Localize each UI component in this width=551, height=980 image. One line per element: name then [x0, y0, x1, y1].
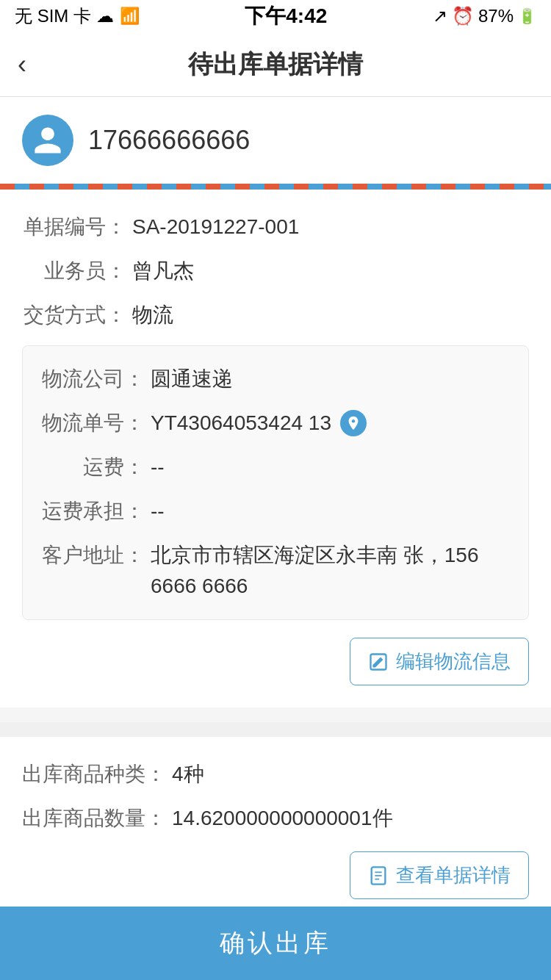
status-left: 无 SIM 卡 ☁ 📶	[15, 4, 140, 28]
logistics-company-label: 物流公司：	[40, 364, 151, 394]
view-detail-label: 查看单据详情	[396, 862, 511, 888]
tracking-location-button[interactable]	[340, 410, 367, 436]
edit-logistics-btn-container: 编辑物流信息	[22, 638, 529, 685]
freight-row: 运费： --	[40, 452, 511, 483]
delivery-method-row: 交货方式： 物流	[22, 300, 529, 331]
outbound-quantity-label: 出库商品数量：	[22, 803, 172, 834]
freight-value: --	[151, 452, 511, 483]
back-button[interactable]: ‹	[18, 49, 26, 80]
customer-phone: 17666666666	[88, 125, 250, 156]
battery-icon: 🔋	[518, 7, 536, 25]
document-no-label: 单据编号：	[22, 212, 132, 242]
outbound-info-section: 出库商品种类： 4种 出库商品数量： 14.620000000000001件 查…	[0, 737, 551, 921]
salesperson-value: 曾凡杰	[132, 256, 529, 287]
outbound-category-label: 出库商品种类：	[22, 759, 172, 790]
logistics-card: 物流公司： 圆通速递 物流单号： YT43064053424 13 运费： --…	[22, 345, 529, 620]
logistics-company-row: 物流公司： 圆通速递	[40, 364, 511, 394]
outbound-quantity-value: 14.620000000000001件	[172, 803, 529, 834]
address-value: 北京市市辖区海淀区永丰南 张，156 6666 6666	[151, 540, 511, 602]
edit-logistics-label: 编辑物流信息	[396, 649, 511, 674]
salesperson-row: 业务员： 曾凡杰	[22, 256, 529, 287]
address-label: 客户地址：	[40, 540, 151, 571]
delivery-method-label: 交货方式：	[22, 300, 132, 331]
freight-bearer-label: 运费承担：	[40, 496, 151, 527]
dashed-divider	[0, 184, 551, 190]
edit-icon	[368, 652, 389, 672]
edit-logistics-button[interactable]: 编辑物流信息	[350, 638, 529, 685]
alarm-icon: ⏰	[452, 6, 474, 26]
freight-bearer-value: --	[151, 496, 511, 527]
view-detail-btn-container: 查看单据详情	[22, 851, 529, 899]
location-status-icon: ↗	[433, 6, 447, 26]
outbound-category-value: 4种	[172, 759, 529, 790]
address-row: 客户地址： 北京市市辖区海淀区永丰南 张，156 6666 6666	[40, 540, 511, 602]
salesperson-label: 业务员：	[22, 256, 132, 287]
status-time: 下午4:42	[245, 2, 327, 30]
page-title: 待出库单据详情	[188, 48, 363, 82]
status-right: ↗ ⏰ 87% 🔋	[433, 6, 536, 26]
basic-info-section: 单据编号： SA-20191227-001 业务员： 曾凡杰 交货方式： 物流 …	[0, 190, 551, 707]
outbound-category-row: 出库商品种类： 4种	[22, 759, 529, 790]
user-icon	[32, 124, 64, 156]
document-detail-icon	[368, 865, 389, 886]
sim-status: 无 SIM 卡 ☁	[15, 4, 114, 28]
section-divider	[0, 722, 551, 737]
confirm-outbound-bar[interactable]: 确认出库	[0, 907, 551, 980]
avatar	[22, 115, 73, 166]
customer-header: 17666666666	[0, 97, 551, 184]
tracking-no-value: YT43064053424 13	[151, 408, 511, 439]
wifi-icon: 📶	[120, 7, 140, 26]
document-no-value: SA-20191227-001	[132, 212, 529, 242]
freight-bearer-row: 运费承担： --	[40, 496, 511, 527]
delivery-method-value: 物流	[132, 300, 529, 331]
freight-label: 运费：	[40, 452, 151, 483]
view-detail-button[interactable]: 查看单据详情	[350, 851, 529, 899]
logistics-company-value: 圆通速递	[151, 364, 511, 394]
tracking-no-row: 物流单号： YT43064053424 13	[40, 408, 511, 439]
status-bar: 无 SIM 卡 ☁ 📶 下午4:42 ↗ ⏰ 87% 🔋	[0, 0, 551, 32]
tracking-no-text: YT43064053424 13	[151, 408, 331, 439]
battery-level: 87%	[478, 6, 514, 26]
nav-bar: ‹ 待出库单据详情	[0, 32, 551, 97]
tracking-no-label: 物流单号：	[40, 408, 151, 439]
confirm-outbound-label: 确认出库	[220, 926, 331, 960]
map-pin-icon	[345, 415, 361, 431]
document-no-row: 单据编号： SA-20191227-001	[22, 212, 529, 242]
outbound-quantity-row: 出库商品数量： 14.620000000000001件	[22, 803, 529, 834]
